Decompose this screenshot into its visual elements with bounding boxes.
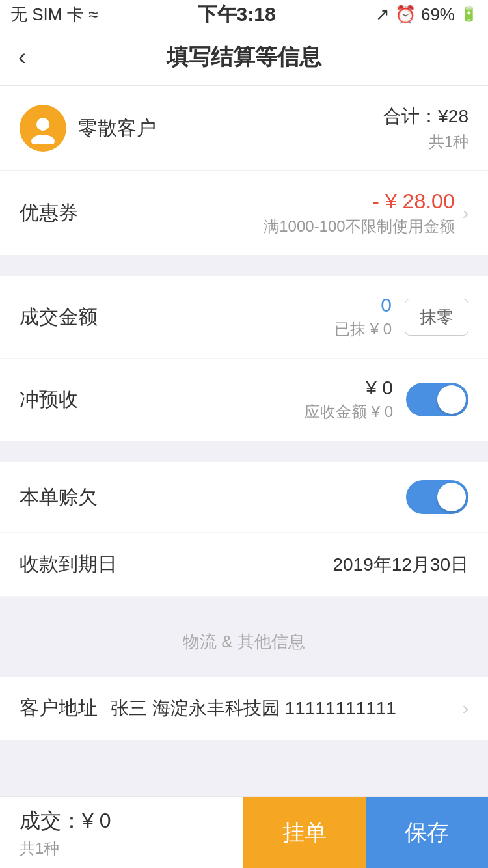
coupon-desc: 满1000-100不限制使用金额	[264, 216, 454, 237]
transaction-value-col: 0 已抹 ¥ 0	[334, 294, 392, 340]
customer-card: 零散客户 合计：¥28 共1种 优惠券 - ¥ 28.00 满1000-100不…	[0, 86, 488, 255]
round-zero-button[interactable]: 抹零	[405, 299, 468, 336]
transaction-value: 0	[334, 294, 392, 316]
status-bar: 无 SIM 卡 ≈ 下午3:18 ↗ ⏰ 69% 🔋	[0, 0, 488, 29]
header-line-left	[20, 642, 172, 642]
transaction-right: 0 已抹 ¥ 0 抹零	[334, 294, 468, 340]
logistics-header: 物流 & 其他信息	[0, 617, 488, 666]
nav-bar: ‹ 填写结算等信息	[0, 29, 488, 86]
customer-name: 零散客户	[78, 115, 156, 142]
bendan-row: 本单赊欠	[0, 462, 488, 533]
transaction-sub: 已抹 ¥ 0	[334, 319, 392, 340]
section-gap-2	[0, 452, 488, 462]
footer-left: 成交：¥ 0 共1种	[0, 807, 243, 859]
status-left: 无 SIM 卡 ≈	[10, 3, 98, 26]
chevron-right-icon: ›	[463, 203, 468, 224]
address-value: 张三 海淀永丰科技园 11111111111	[111, 696, 460, 721]
section-gap-1	[0, 265, 488, 276]
total-amount: 合计：¥28	[383, 104, 468, 129]
transaction-amount-row: 成交金额 0 已抹 ¥ 0 抹零	[0, 276, 488, 359]
section-gap-4	[0, 666, 488, 677]
address-chevron-icon: ›	[463, 698, 468, 719]
coupon-right: - ¥ 28.00 满1000-100不限制使用金额 ›	[264, 189, 468, 237]
page-title: 填写结算等信息	[167, 42, 321, 72]
address-card: 客户地址 张三 海淀永丰科技园 11111111111 ›	[0, 677, 488, 740]
transaction-label: 成交金额	[20, 304, 98, 331]
status-right: ↗ ⏰ 69% 🔋	[375, 5, 478, 25]
toggle-knob	[437, 385, 466, 414]
coupon-discount: - ¥ 28.00	[264, 189, 454, 213]
section-gap-3	[0, 607, 488, 617]
svg-point-1	[31, 135, 55, 144]
customer-row: 零散客户 合计：¥28 共1种	[0, 86, 488, 170]
battery-icon: 🔋	[460, 6, 478, 23]
due-date-row: 收款到期日 2019年12月30日	[0, 533, 488, 597]
chong-sub: 应收金额 ¥ 0	[305, 401, 393, 422]
chong-main: ¥ 0	[305, 377, 393, 399]
bendan-label: 本单赊欠	[20, 484, 98, 511]
footer: 成交：¥ 0 共1种 挂单 保存	[0, 796, 488, 868]
footer-deal-label: 成交：	[20, 809, 82, 832]
sim-label: 无 SIM 卡 ≈	[10, 3, 98, 26]
transaction-card: 成交金额 0 已抹 ¥ 0 抹零 冲预收 ¥ 0 应收金额 ¥ 0	[0, 276, 488, 441]
address-label: 客户地址	[20, 695, 98, 722]
logistics-label: 物流 & 其他信息	[183, 631, 305, 653]
bendan-toggle-knob	[437, 483, 466, 511]
chong-yushou-row: 冲预收 ¥ 0 应收金额 ¥ 0	[0, 359, 488, 441]
due-date-label: 收款到期日	[20, 551, 117, 578]
chong-toggle[interactable]	[406, 383, 468, 416]
hang-button[interactable]: 挂单	[243, 797, 366, 869]
back-button[interactable]: ‹	[18, 44, 26, 71]
due-date-value: 2019年12月30日	[332, 554, 468, 575]
status-time: 下午3:18	[198, 1, 276, 28]
coupon-value-block: - ¥ 28.00 满1000-100不限制使用金额	[264, 189, 454, 237]
coupon-label: 优惠券	[20, 200, 78, 226]
customer-left: 零散客户	[20, 105, 156, 152]
customer-summary: 合计：¥28 共1种	[383, 104, 468, 152]
chong-right-wrapper: ¥ 0 应收金额 ¥ 0	[305, 377, 468, 422]
address-row[interactable]: 客户地址 张三 海淀永丰科技园 11111111111 ›	[0, 677, 488, 740]
bendan-toggle[interactable]	[406, 480, 468, 514]
footer-count: 共1种	[20, 838, 224, 859]
due-date-value-col: 2019年12月30日	[332, 552, 468, 577]
footer-deal-row: 成交：¥ 0	[20, 807, 224, 835]
chong-label: 冲预收	[20, 387, 98, 413]
footer-deal-amount: ¥ 0	[82, 809, 111, 832]
content-area: 零散客户 合计：¥28 共1种 优惠券 - ¥ 28.00 满1000-100不…	[0, 86, 488, 868]
bendan-card: 本单赊欠 收款到期日 2019年12月30日	[0, 462, 488, 597]
battery-label: 69%	[421, 5, 455, 25]
avatar	[20, 105, 66, 152]
alarm-icon: ⏰	[395, 5, 416, 25]
header-line-right	[316, 642, 468, 642]
save-button[interactable]: 保存	[366, 797, 488, 869]
location-icon: ↗	[375, 5, 390, 25]
coupon-row[interactable]: 优惠券 - ¥ 28.00 满1000-100不限制使用金额 ›	[0, 170, 488, 255]
bendan-right	[406, 480, 468, 514]
svg-point-0	[36, 118, 49, 131]
address-right: ›	[460, 698, 468, 719]
total-count: 共1种	[383, 131, 468, 152]
chong-value-col: ¥ 0 应收金额 ¥ 0	[305, 377, 393, 422]
